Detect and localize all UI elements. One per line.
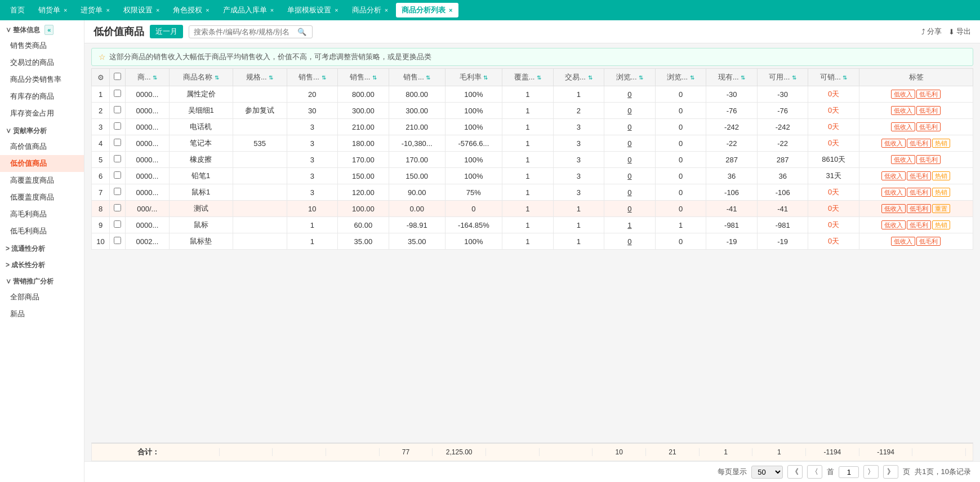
next-page-button[interactable]: 〉 — [863, 465, 879, 479]
sidebar-item-high-margin[interactable]: 高毛利商品 — [0, 206, 84, 223]
nav-permissions[interactable]: 权限设置 × — [118, 3, 165, 17]
cell-checkbox[interactable] — [110, 168, 126, 184]
close-icon[interactable]: × — [64, 7, 67, 14]
cell-checkbox[interactable] — [110, 119, 126, 135]
col-avail[interactable]: 可用... ⇅ — [757, 69, 808, 86]
col-checkbox[interactable] — [110, 69, 126, 86]
col-stock[interactable]: 现有... ⇅ — [706, 69, 758, 86]
row-checkbox[interactable] — [114, 139, 121, 146]
cell-browse1[interactable]: 0 — [604, 201, 656, 217]
cell-browse1[interactable]: 0 — [604, 86, 656, 103]
sidebar-item-low-margin[interactable]: 低毛利商品 — [0, 223, 84, 240]
sidebar-item-sales-goods[interactable]: 销售类商品 — [0, 37, 84, 54]
col-gross-rate[interactable]: 毛利率 ⇅ — [445, 69, 502, 86]
cell-checkbox[interactable] — [110, 152, 126, 168]
row-checkbox[interactable] — [114, 220, 121, 228]
col-code[interactable]: 商... ⇅ — [126, 69, 170, 86]
sidebar-item-high-coverage[interactable]: 高覆盖度商品 — [0, 172, 84, 189]
col-sale-amount1[interactable]: 销售... ⇅ — [338, 69, 389, 86]
row-checkbox[interactable] — [114, 122, 121, 130]
col-saledays[interactable]: 可销... ⇅ — [808, 69, 859, 86]
nav-template-settings[interactable]: 单据模板设置 × — [282, 3, 344, 17]
select-all-checkbox[interactable] — [114, 73, 121, 80]
nav-home[interactable]: 首页 — [5, 3, 30, 17]
row-checkbox[interactable] — [114, 204, 121, 211]
page-size-select[interactable]: 50 100 200 — [751, 466, 783, 479]
row-checkbox[interactable] — [114, 237, 121, 244]
cell-checkbox[interactable] — [110, 184, 126, 201]
sidebar-item-traded-goods[interactable]: 交易过的商品 — [0, 54, 84, 71]
row-checkbox[interactable] — [114, 171, 121, 179]
cell-browse1[interactable]: 0 — [604, 103, 656, 119]
browse-link[interactable]: 0 — [627, 139, 631, 148]
collapse-icon[interactable]: « — [44, 25, 54, 35]
row-checkbox[interactable] — [114, 90, 121, 97]
nav-role-auth[interactable]: 角色授权 × — [167, 3, 215, 17]
col-spec[interactable]: 规格... ⇅ — [233, 69, 287, 86]
data-table-container[interactable]: ⚙ 商... ⇅ 商品名称 ⇅ 规格... ⇅ 销售... ⇅ 销售... ⇅ … — [91, 68, 973, 443]
search-icon[interactable]: 🔍 — [297, 28, 306, 36]
sidebar-group-growth[interactable]: > 成长性分析 — [0, 256, 84, 272]
sidebar-item-inventory-goods[interactable]: 有库存的商品 — [0, 88, 84, 105]
col-sale-qty[interactable]: 销售... ⇅ — [287, 69, 338, 86]
close-icon[interactable]: × — [106, 7, 109, 14]
browse-link[interactable]: 0 — [627, 172, 631, 180]
nav-product-analysis[interactable]: 商品分析 × — [346, 3, 394, 17]
prev-page-button[interactable]: 〈 — [807, 465, 822, 479]
browse-link[interactable]: 0 — [627, 90, 631, 99]
browse-link[interactable]: 0 — [627, 237, 631, 246]
filter-period-button[interactable]: 近一月 — [150, 25, 183, 38]
col-browse2[interactable]: 浏览... ⇅ — [655, 69, 706, 86]
row-checkbox[interactable] — [114, 155, 121, 162]
cell-checkbox[interactable] — [110, 217, 126, 233]
col-sale-amount2[interactable]: 销售... ⇅ — [389, 69, 445, 86]
sidebar-item-low-coverage[interactable]: 低覆盖度商品 — [0, 189, 84, 206]
cell-browse1[interactable]: 1 — [604, 217, 656, 233]
search-input[interactable] — [194, 28, 295, 36]
col-coverage[interactable]: 覆盖... ⇅ — [502, 69, 553, 86]
browse-link[interactable]: 0 — [627, 123, 631, 131]
nav-sales[interactable]: 销货单 × — [33, 3, 73, 17]
browse-link[interactable]: 0 — [627, 156, 631, 164]
export-button[interactable]: ⬇ 导出 — [948, 26, 971, 37]
row-checkbox[interactable] — [114, 188, 121, 195]
page-number-input[interactable] — [839, 466, 859, 478]
sidebar-item-new-goods[interactable]: 新品 — [0, 306, 84, 322]
cell-browse1[interactable]: 0 — [604, 184, 656, 201]
nav-purchase[interactable]: 进货单 × — [75, 3, 115, 17]
close-icon[interactable]: × — [335, 7, 338, 14]
cell-checkbox[interactable] — [110, 103, 126, 119]
close-icon[interactable]: × — [156, 7, 159, 14]
sidebar-item-inventory-capital[interactable]: 库存资金占用 — [0, 105, 84, 122]
nav-product-analysis-list[interactable]: 商品分析列表 × — [396, 3, 458, 17]
col-name[interactable]: 商品名称 ⇅ — [169, 69, 233, 86]
sidebar-group-contribution[interactable]: ∨ 贡献率分析 — [0, 122, 84, 138]
cell-browse1[interactable]: 0 — [604, 119, 656, 135]
nav-product-entry[interactable]: 产成品入库单 × — [217, 3, 279, 17]
browse-link[interactable]: 1 — [627, 221, 631, 229]
sidebar-item-high-value[interactable]: 高价值商品 — [0, 138, 84, 155]
col-settings[interactable]: ⚙ — [92, 69, 110, 86]
browse-link[interactable]: 0 — [627, 188, 631, 197]
share-button[interactable]: ⤴ 分享 — [921, 26, 942, 37]
cell-checkbox[interactable] — [110, 135, 126, 152]
sidebar-group-marketing[interactable]: ∨ 营销推广分析 — [0, 272, 84, 289]
col-trade[interactable]: 交易... ⇅ — [553, 69, 604, 86]
cell-checkbox[interactable] — [110, 86, 126, 103]
browse-link[interactable]: 0 — [627, 205, 631, 213]
close-icon[interactable]: × — [449, 7, 452, 14]
browse-link[interactable]: 0 — [627, 107, 631, 115]
cell-checkbox[interactable] — [110, 201, 126, 217]
close-icon[interactable]: × — [206, 7, 209, 14]
cell-browse1[interactable]: 0 — [604, 233, 656, 250]
sidebar-item-low-value[interactable]: 低价值商品 — [0, 155, 84, 172]
close-icon[interactable]: × — [270, 7, 274, 14]
close-icon[interactable]: × — [385, 7, 388, 14]
last-page-button[interactable]: 》 — [883, 465, 898, 479]
sidebar-item-category-rate[interactable]: 商品分类销售率 — [0, 71, 84, 88]
cell-checkbox[interactable] — [110, 233, 126, 250]
cell-browse1[interactable]: 0 — [604, 168, 656, 184]
col-browse1[interactable]: 浏览... ⇅ — [604, 69, 656, 86]
sidebar-group-overall[interactable]: ∨ 整体信息 « — [0, 20, 84, 37]
first-page-button[interactable]: 《 — [787, 465, 803, 479]
